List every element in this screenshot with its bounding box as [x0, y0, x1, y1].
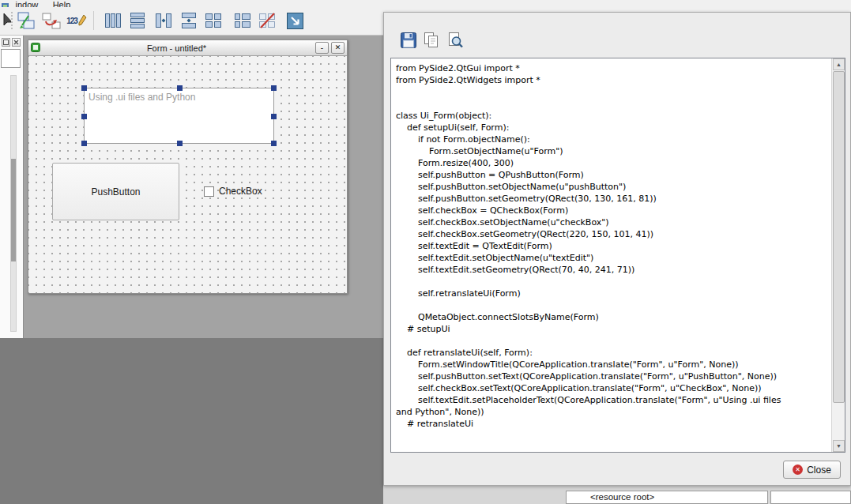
code-line: self.textEdit.setPlaceholderText(QCoreAp…	[396, 394, 829, 406]
pushbutton-widget[interactable]: PushButton	[52, 163, 179, 220]
textedit-placeholder: Using .ui files and Python	[88, 92, 195, 103]
code-line: self.pushButton.setText(QCoreApplication…	[396, 370, 829, 382]
form-window-title: Form - untitled*	[40, 43, 313, 53]
scrollbar-up-arrow[interactable]: ▲	[833, 58, 845, 70]
code-line: from PySide2.QtGui import *	[396, 62, 829, 74]
code-line: # retranslateUi	[396, 418, 829, 430]
layout-vertical-icon[interactable]	[127, 10, 148, 31]
selection-handle[interactable]	[271, 85, 277, 91]
code-line: self.checkBox = QCheckBox(Form)	[396, 205, 829, 216]
selection-handle[interactable]	[81, 141, 87, 146]
code-line: def retranslateUi(self, Form):	[396, 347, 829, 359]
code-line: self.checkBox.setGeometry(QRect(220, 150…	[396, 228, 829, 240]
selection-handle[interactable]	[177, 85, 183, 91]
code-line	[396, 335, 829, 347]
code-line: self.textEdit = QTextEdit(Form)	[396, 240, 829, 252]
form-window-titlebar[interactable]: Form - untitled* - ✕	[28, 40, 347, 56]
resource-side-panel[interactable]	[770, 491, 851, 504]
code-line: # setupUi	[396, 323, 829, 335]
code-line: from PySide2.QtWidgets import *	[396, 74, 829, 86]
edit-buddies-icon[interactable]	[41, 10, 62, 31]
code-line: class Ui_Form(object):	[396, 110, 829, 122]
close-button-icon: ✕	[793, 465, 803, 475]
toolbar-handle[interactable]	[11, 12, 13, 29]
tab-order-glyph: 123	[66, 17, 77, 25]
dock-float-button[interactable]	[2, 38, 10, 47]
code-line: self.textEdit.setGeometry(QRect(70, 40, …	[396, 264, 829, 276]
form-editor-window: Form - untitled* - ✕ Using .ui files and…	[28, 39, 348, 294]
code-line	[396, 98, 829, 110]
code-line: self.pushButton.setGeometry(QRect(30, 13…	[396, 193, 829, 205]
code-text: from PySide2.QtGui import *from PySide2.…	[396, 62, 829, 430]
code-line: self.checkBox.setText(QCoreApplication.t…	[396, 382, 829, 394]
code-line	[396, 299, 829, 311]
dock-scrollbar-thumb[interactable]	[11, 159, 16, 261]
widget-box-dock	[0, 36, 24, 338]
checkbox-indicator[interactable]	[204, 186, 214, 197]
code-scrollbar[interactable]: ▲ ▼	[831, 58, 845, 452]
code-view[interactable]: from PySide2.QtGui import *from PySide2.…	[390, 58, 845, 453]
code-line: Form.setWindowTitle(QCoreApplication.tra…	[396, 359, 829, 370]
code-line: and Python", None))	[396, 406, 829, 418]
layout-horizontal-icon[interactable]	[103, 10, 123, 31]
layout-splitter-horizontal-icon[interactable]	[153, 10, 174, 31]
adjust-size-icon[interactable]	[284, 10, 305, 31]
find-icon[interactable]	[446, 31, 465, 50]
code-line: if not Form.objectName():	[396, 134, 829, 145]
layout-grid-icon[interactable]	[203, 10, 224, 31]
code-line	[396, 86, 829, 98]
dock-scrollbar[interactable]	[10, 75, 17, 332]
selection-handle[interactable]	[271, 114, 277, 119]
code-line: QMetaObject.connectSlotsByName(Form)	[396, 311, 829, 323]
code-line: Form.setObjectName(u"Form")	[396, 145, 829, 157]
checkbox-widget[interactable]: CheckBox	[204, 186, 262, 197]
code-line	[396, 276, 829, 288]
scrollbar-down-arrow[interactable]: ▼	[833, 440, 845, 452]
dock-close-button[interactable]	[12, 38, 21, 47]
workspace-lower-area	[0, 338, 383, 504]
code-line: def setupUi(self, Form):	[396, 122, 829, 134]
code-preview-dialog: from PySide2.QtGui import *from PySide2.…	[383, 12, 851, 486]
menu-item-window[interactable]: indow	[15, 0, 38, 7]
selection-handle[interactable]	[81, 114, 87, 119]
selection-handle[interactable]	[271, 141, 277, 146]
code-line: self.textEdit.setObjectName(u"textEdit")	[396, 252, 829, 264]
form-window-icon	[31, 41, 40, 55]
code-line: Form.resize(400, 300)	[396, 157, 829, 169]
form-minimize-button[interactable]: -	[315, 42, 329, 54]
close-button-label: Close	[807, 465, 831, 476]
selection-handle[interactable]	[81, 85, 87, 91]
layout-form-icon[interactable]	[232, 10, 253, 31]
code-line: self.checkBox.setObjectName(u"checkBox")	[396, 216, 829, 228]
break-layout-icon[interactable]	[257, 10, 277, 31]
menu-bar: indow Help	[0, 0, 237, 7]
form-close-button[interactable]: ✕	[331, 42, 345, 54]
copy-icon[interactable]	[422, 31, 441, 50]
textedit-widget[interactable]: Using .ui files and Python	[84, 88, 274, 144]
layout-splitter-vertical-icon[interactable]	[179, 10, 199, 31]
close-button[interactable]: ✕ Close	[783, 461, 841, 479]
code-line: self.retranslateUi(Form)	[396, 288, 829, 299]
widget-filter-input[interactable]	[1, 49, 21, 68]
code-line: self.pushButton.setObjectName(u"pushButt…	[396, 181, 829, 193]
code-line: self.pushButton = QPushButton(Form)	[396, 169, 829, 181]
edit-signals-slots-icon[interactable]	[16, 10, 36, 31]
checkbox-label: CheckBox	[219, 186, 262, 197]
qt-designer-screen: indow Help 123	[0, 0, 851, 504]
save-icon[interactable]	[399, 31, 418, 50]
scrollbar-thumb[interactable]	[833, 71, 845, 403]
app-menu-icon	[2, 0, 9, 7]
toolbar-separator	[93, 11, 94, 30]
form-canvas[interactable]: Using .ui files and Python PushButton Ch…	[28, 56, 347, 293]
selection-handle[interactable]	[177, 141, 183, 146]
resource-root-item[interactable]: <resource root>	[566, 491, 768, 504]
menu-item-help[interactable]: Help	[53, 0, 71, 7]
edit-tab-order-icon[interactable]: 123	[66, 10, 87, 31]
